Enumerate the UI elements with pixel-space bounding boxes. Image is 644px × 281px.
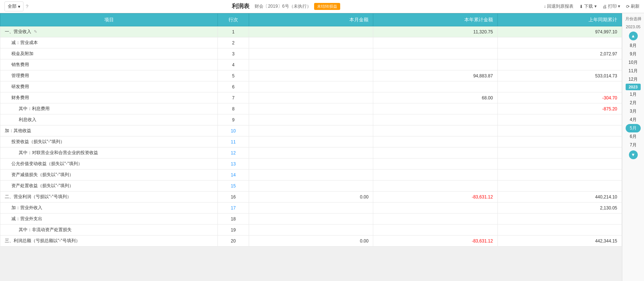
cell-item: 其中：对联营企业和合营企业的投资收益	[0, 147, 218, 158]
col-header-row: 行次	[218, 14, 249, 26]
cell-month-value: 0.00	[249, 236, 373, 247]
cell-item: 公允价值变动收益（损失以"-"填列）	[0, 158, 218, 169]
table-row: 加：其他收益10	[0, 125, 622, 136]
cell-prev-value	[497, 225, 622, 236]
cell-row-number: 8	[218, 103, 249, 114]
sidebar-month-item[interactable]: 5月	[626, 124, 641, 132]
col-header-prev: 上年同期累计	[497, 14, 622, 26]
page-title: 利润表	[232, 3, 249, 10]
print-button[interactable]: 🖨 打印 ▾	[602, 3, 620, 10]
sidebar-month-item[interactable]: 8月	[626, 41, 641, 50]
sidebar-month-item[interactable]: 6月	[626, 132, 641, 141]
cell-month-value	[249, 48, 373, 59]
table-row: 利息收入9	[0, 114, 622, 125]
cell-prev-value: 442,344.15	[497, 236, 622, 247]
table-row: 投资收益（损失以"-"填列）11	[0, 136, 622, 147]
cell-item: 研发费用	[0, 81, 218, 92]
month-list: 8月9月10月11月12月20231月2月3月4月5月6月7月	[626, 41, 641, 149]
cell-item: 税金及附加	[0, 48, 218, 59]
sidebar-month-item[interactable]: 11月	[626, 67, 641, 75]
table-row: 税金及附加32,072.97	[0, 48, 622, 59]
cell-month-value	[249, 92, 373, 103]
sidebar-year-display: 2023.05	[626, 25, 641, 29]
scope-label: 全部	[8, 3, 17, 10]
cell-prev-value	[497, 114, 622, 125]
cell-month-value: 0.00	[249, 191, 373, 202]
table-row: 销售费用4	[0, 59, 622, 70]
cell-prev-value	[497, 59, 622, 70]
help-icon[interactable]: ?	[26, 4, 28, 9]
table-row: 财务费用768.00-304.70	[0, 92, 622, 103]
cell-year-value: -83,631.12	[373, 191, 497, 202]
status-badge[interactable]: 未结转损益	[314, 3, 340, 10]
cell-month-value	[249, 158, 373, 169]
cell-prev-value	[497, 81, 622, 92]
cell-month-value	[249, 103, 373, 114]
cell-item: 减：营业外支出	[0, 214, 218, 225]
cell-item: 一、营业收入 ✎	[0, 26, 218, 37]
cell-year-value: 94,883.87	[373, 70, 497, 81]
top-bar-left: 全部 ▾ ?	[4, 1, 28, 11]
cell-item: 减：营业成本	[0, 37, 218, 48]
cell-row-number: 18	[218, 214, 249, 225]
cell-prev-value	[497, 37, 622, 48]
cell-year-value	[373, 103, 497, 114]
sidebar-month-item[interactable]: 9月	[626, 50, 641, 58]
table-row: 资产减值损失（损失以"-"填列）14	[0, 169, 622, 180]
sidebar-month-item[interactable]: 2023	[626, 84, 641, 90]
scope-dropdown[interactable]: 全部 ▾	[4, 1, 24, 11]
top-bar-actions: ↓ 回退到原报表 ⬇ ↓ 下载 下载 ▾ 🖨 打印 ▾ ⟳ 刷新	[544, 3, 640, 10]
cell-prev-value	[497, 169, 622, 180]
sidebar-up-arrow[interactable]: ▲	[629, 32, 638, 40]
cell-month-value	[249, 214, 373, 225]
cell-row-number: 11	[218, 136, 249, 147]
cell-month-value	[249, 70, 373, 81]
cell-month-value	[249, 136, 373, 147]
download-icon: ⬇	[579, 4, 583, 9]
cell-item: 加：营业外收入	[0, 202, 218, 214]
cell-month-value	[249, 147, 373, 158]
sidebar-month-item[interactable]: 1月	[626, 90, 641, 99]
table-row: 二、营业利润（亏损以"-"号填列）160.00-83,631.12440,214…	[0, 191, 622, 202]
edit-icon[interactable]: ✎	[33, 29, 37, 34]
cell-month-value	[249, 37, 373, 48]
cell-prev-value	[497, 125, 622, 136]
content-area: 项目 行次 本月金额 本年累计金额 上年同期累计 一、营业收入 ✎111,320…	[0, 13, 622, 281]
download-button[interactable]: ⬇ ↓ 下载 下载 ▾	[579, 3, 596, 10]
cell-prev-value	[497, 136, 622, 147]
cell-month-value	[249, 169, 373, 180]
cell-year-value	[373, 81, 497, 92]
cell-month-value	[249, 180, 373, 191]
back-button[interactable]: ↓ 回退到原报表	[544, 3, 573, 10]
sidebar-down-arrow[interactable]: ▼	[629, 150, 638, 159]
table-row: 管理费用594,883.87533,014.73	[0, 70, 622, 81]
cell-row-number: 10	[218, 125, 249, 136]
cell-prev-value: 974,997.10	[497, 26, 622, 37]
cell-row-number: 12	[218, 147, 249, 158]
cell-month-value	[249, 114, 373, 125]
table-header-row: 项目 行次 本月金额 本年累计金额 上年同期累计	[0, 14, 622, 26]
col-header-year: 本年累计金额	[373, 14, 497, 26]
sidebar-month-item[interactable]: 12月	[626, 75, 641, 84]
cell-row-number: 9	[218, 114, 249, 125]
cell-item: 加：其他收益	[0, 125, 218, 136]
sidebar-month-item[interactable]: 10月	[626, 58, 641, 67]
table-row: 其中：对联营企业和合营企业的投资收益12	[0, 147, 622, 158]
table-row: 其中：非流动资产处置损失19	[0, 225, 622, 236]
sidebar-month-item[interactable]: 4月	[626, 116, 641, 124]
sidebar-month-item[interactable]: 2月	[626, 99, 641, 107]
print-icon: 🖨	[602, 4, 607, 9]
cell-item: 管理费用	[0, 70, 218, 81]
cell-year-value	[373, 37, 497, 48]
sidebar-month-item[interactable]: 7月	[626, 141, 641, 149]
refresh-button[interactable]: ⟳ 刷新	[626, 3, 640, 10]
cell-month-value	[249, 125, 373, 136]
cell-row-number: 17	[218, 202, 249, 214]
cell-prev-value	[497, 180, 622, 191]
sidebar-month-item[interactable]: 3月	[626, 107, 641, 116]
cell-prev-value	[497, 147, 622, 158]
cell-year-value	[373, 202, 497, 214]
cell-item: 二、营业利润（亏损以"-"号填列）	[0, 191, 218, 202]
cell-prev-value: -875.20	[497, 103, 622, 114]
col-header-month: 本月金额	[249, 14, 373, 26]
